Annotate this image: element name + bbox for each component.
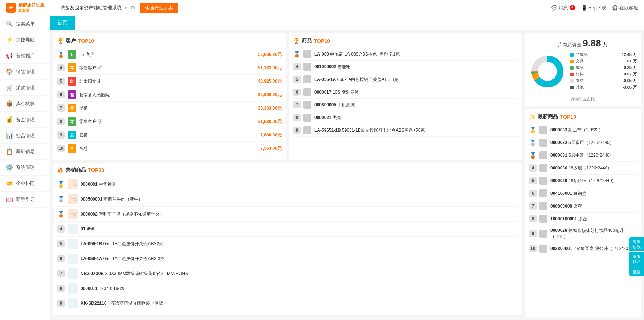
product-thumbnail bbox=[68, 224, 78, 234]
new-product-item: 7 000800008 原壶 bbox=[529, 200, 637, 213]
rank-item: 9 LA-59651-1B 59651-1B旋转投影灯电池盒ABS黑色+58克 bbox=[293, 124, 518, 137]
megaphone-icon: 📢 bbox=[6, 52, 13, 59]
app-download-item[interactable]: 📱 App下载 bbox=[581, 5, 606, 11]
sidebar-item-search[interactable]: 🔍 搜索菜单 bbox=[0, 16, 50, 32]
product-name: 0000021 夹壳 bbox=[314, 115, 518, 121]
product-icon bbox=[303, 50, 311, 58]
rank-number: 8 bbox=[57, 285, 65, 292]
header-right: 💬 消息 6 📱 App下载 🎧 在线客服 bbox=[551, 5, 638, 11]
hot-products-list: 🥇 img 0000001 中华神器 🥈 img 000500001 新西兰牛肉… bbox=[57, 177, 518, 311]
legend-item: 文具 1.01 万 bbox=[570, 58, 637, 64]
donut-chart bbox=[529, 53, 566, 90]
legend-name: 材料 bbox=[576, 71, 622, 77]
client-name: 红太阳文具 bbox=[79, 78, 255, 85]
page-content: 🏆 客户TOP10 🥉 L LS 客户 53,006.26元 4 bbox=[50, 30, 644, 320]
product-thumbnail bbox=[68, 283, 78, 294]
sidebar-item-basic[interactable]: 📋 基础信息 bbox=[0, 144, 50, 160]
product-name: LA-056-1A 056-1A白色按键开关盖ABS 3克 bbox=[81, 256, 518, 262]
sidebar-item-management[interactable]: 📊 经营管理 bbox=[0, 128, 50, 144]
product-name: 0000028 体城嘉核味苏打饮品400毫升（1*15） bbox=[550, 227, 637, 240]
rank-number: 8 bbox=[57, 118, 65, 125]
product-name: 000500001 新西兰牛肉（新牛） bbox=[81, 196, 518, 202]
live-stream-button[interactable]: 直播 bbox=[629, 267, 644, 276]
sidebar-item-purchase[interactable]: 🛒 采购管理 bbox=[0, 80, 50, 96]
new-products-list: 🥇 0000033 封边带（1.0*22） 🥈 0000032 5层多层（122… bbox=[529, 124, 637, 255]
new-product-item: 🥈 0000032 5层多层（1220*2440） bbox=[529, 136, 637, 149]
sidebar-item-inventory[interactable]: 📦 库存核算 bbox=[0, 96, 50, 112]
sidebar-item-label: 资金管理 bbox=[16, 116, 35, 123]
chevron-down-icon: ▼ bbox=[124, 6, 127, 10]
products-rank-list: 🥉 LA-089 电池盖 LA-089 ABS本色+黑种 7.1克 4 0010… bbox=[293, 48, 518, 137]
trial-button[interactable]: 体验行业方案 bbox=[140, 3, 178, 13]
new-product-item: 8 10000100001 原壶 bbox=[529, 213, 637, 225]
client-name: LS 客户 bbox=[79, 52, 255, 58]
rank-item: 4 001000002 雪地靴 bbox=[293, 61, 518, 73]
gear-icon[interactable]: ⚙ bbox=[130, 4, 135, 11]
sidebar-item-collab[interactable]: 🤝 企业协同 bbox=[0, 176, 50, 192]
rank-number: 8 bbox=[293, 114, 301, 121]
medal-icon: 🥉 bbox=[293, 51, 301, 58]
sidebar-item-quicknav[interactable]: ⚡ 快捷导航 bbox=[0, 32, 50, 48]
product-name: LA-089 电池盖 LA-089 ABS本色+黑种 7.1克 bbox=[314, 51, 518, 57]
legend-value: 0.07 万 bbox=[624, 71, 637, 77]
product-name: 10000100001 原壶 bbox=[550, 216, 637, 222]
service-community-button[interactable]: 服务社区 bbox=[629, 252, 644, 267]
sidebar-item-system[interactable]: ⚙️ 系统管理 bbox=[0, 160, 50, 176]
product-name: LA-59651-1B 59651-1B旋转投影灯电池盒ABS黑色+58克 bbox=[314, 127, 518, 134]
product-name: 0000002 智利车子里（规格不知道填什么） bbox=[81, 211, 518, 217]
sidebar-item-label: 销售管理 bbox=[16, 69, 35, 75]
hot-product-item: 🥇 img 0000001 中华神器 bbox=[57, 177, 518, 192]
product-name: 0000001 中华神器 bbox=[81, 181, 518, 188]
message-item[interactable]: 💬 消息 6 bbox=[551, 5, 575, 11]
sidebar-item-marketing[interactable]: 📢 营销推广 bbox=[0, 48, 50, 64]
product-name: LA-056-1A 056-1A白色按键开关盖ABS 3克 bbox=[314, 77, 518, 83]
nav-tab-bar: 首页 bbox=[50, 16, 644, 30]
top-section: 🏆 客户TOP10 🥉 L LS 客户 53,006.26元 4 bbox=[53, 33, 522, 160]
product-icon bbox=[303, 63, 311, 71]
product-icon bbox=[539, 151, 547, 159]
legend-name: 成品 bbox=[576, 65, 622, 70]
client-name: 零售客户-于 bbox=[79, 119, 255, 125]
client-badge: 零 bbox=[68, 63, 76, 72]
sidebar-item-guide[interactable]: 📖 新手引导 bbox=[0, 192, 50, 208]
sidebar-item-label: 采购管理 bbox=[16, 85, 35, 91]
product-icon bbox=[539, 139, 547, 147]
rank-number: 9 bbox=[57, 131, 65, 139]
products-title-text: 商品 bbox=[302, 38, 312, 44]
client-badge: 零 bbox=[68, 117, 76, 126]
legend-color bbox=[570, 53, 574, 57]
right-column: 库存总资金 9.88 万 bbox=[525, 33, 641, 317]
new-product-item: 10 003800001 22g鱼豆腐-烧烤味（1*12*20） bbox=[529, 242, 637, 255]
product-icon bbox=[303, 88, 311, 96]
product-thumbnail bbox=[68, 268, 78, 279]
sidebar-item-finance[interactable]: 💰 资金管理 bbox=[0, 112, 50, 128]
rank-number: 6 bbox=[57, 255, 65, 262]
legend-color bbox=[570, 86, 574, 89]
product-name: 001000002 雪地靴 bbox=[314, 64, 518, 70]
legend-name: 文具 bbox=[576, 58, 622, 64]
product-name: 0000032 5层多层（1220*2440） bbox=[550, 140, 637, 146]
rank-number: 5 bbox=[293, 76, 301, 83]
customer-hotline-button[interactable]: 客服热线 bbox=[629, 237, 644, 252]
new-product-item: 🥉 0000031 5层中纤（1220*2440） bbox=[529, 149, 637, 162]
client-name: 云扬 bbox=[79, 132, 257, 138]
tab-home[interactable]: 首页 bbox=[50, 16, 75, 30]
silver-medal-icon: 🥈 bbox=[529, 139, 537, 146]
logo-icon: 好 bbox=[6, 3, 16, 13]
legend-value: 1.01 万 bbox=[624, 58, 637, 64]
online-service-item[interactable]: 🎧 在线客服 bbox=[612, 5, 638, 11]
sidebar-item-sales[interactable]: 🏠 销售管理 bbox=[0, 64, 50, 80]
sidebar-item-label: 基础信息 bbox=[16, 148, 35, 155]
product-name: 0000033 封边带（1.0*22） bbox=[550, 127, 637, 133]
main-layout: 🔍 搜索菜单 ⚡ 快捷导航 📢 营销推广 🏠 销售管理 🛒 采购管理 📦 库存核… bbox=[0, 16, 644, 320]
system-selector[interactable]: 装备及固定资产辅助管理系统 ▼ bbox=[60, 5, 127, 11]
clients-top10-card: 🏆 客户TOP10 🥉 L LS 客户 53,006.26元 4 bbox=[53, 33, 286, 160]
client-value: 7,680.00元 bbox=[260, 132, 282, 138]
product-icon bbox=[539, 202, 547, 210]
product-icon bbox=[303, 75, 311, 83]
rank-number: 9 bbox=[529, 230, 537, 237]
message-label: 消息 bbox=[559, 5, 568, 11]
handshake-icon: 🤝 bbox=[6, 180, 13, 187]
product-thumbnail: img bbox=[68, 209, 78, 219]
client-name: 苍南县人民医院 bbox=[79, 92, 255, 98]
